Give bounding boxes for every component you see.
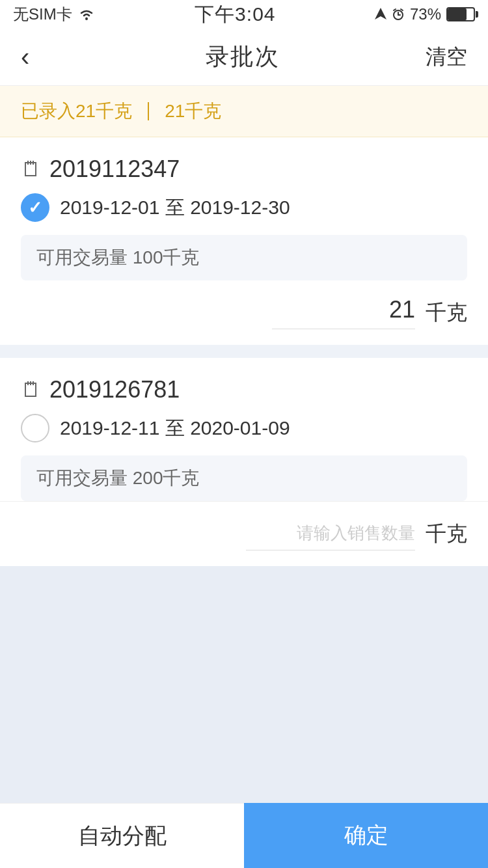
batch-1-quantity-value: 21	[389, 296, 415, 323]
carrier-label: 无SIM卡	[13, 4, 72, 25]
status-bar-right: 73%	[375, 5, 475, 23]
info-banner: 已录入21千克 21千克	[0, 86, 488, 137]
batch-2-radio[interactable]	[21, 414, 49, 442]
status-bar: 无SIM卡 下午3:04 73%	[0, 0, 488, 29]
batch-2-date-row[interactable]: 2019-12-11 至 2020-01-09	[21, 414, 467, 442]
confirm-button[interactable]: 确定	[244, 803, 488, 868]
auto-distribute-button[interactable]: 自动分配	[0, 803, 244, 868]
section-divider	[0, 345, 488, 358]
status-bar-left: 无SIM卡	[13, 4, 96, 25]
svg-marker-1	[375, 8, 386, 20]
batch-2-header: 🗒 2019126781	[21, 376, 467, 403]
svg-line-5	[394, 9, 396, 10]
batch-1-unit: 千克	[426, 299, 467, 327]
total-label: 21千克	[165, 99, 221, 124]
quantity-underline-1: 21	[272, 296, 415, 329]
batch-1-date: 2019-12-01 至 2019-12-30	[60, 195, 290, 221]
alarm-icon	[392, 8, 405, 21]
svg-point-0	[85, 18, 88, 20]
battery-percent: 73%	[410, 5, 441, 23]
batch-1-date-row[interactable]: 2019-12-01 至 2019-12-30	[21, 193, 467, 222]
nav-bar: ‹ 录批次 清空	[0, 29, 488, 86]
status-bar-time: 下午3:04	[195, 1, 275, 28]
back-button[interactable]: ‹	[21, 42, 60, 72]
batch-2-id: 2019126781	[49, 376, 180, 403]
recorded-label: 已录入21千克	[21, 99, 132, 124]
batch-2-input-row: 千克	[0, 501, 488, 566]
batch-1-quantity-row: 21 千克	[0, 280, 488, 345]
page-title: 录批次	[206, 41, 280, 73]
batch-card-1: 🗒 2019112347 2019-12-01 至 2019-12-30 可用交…	[0, 137, 488, 280]
batch-1-doc-icon: 🗒	[21, 157, 42, 182]
clear-button[interactable]: 清空	[426, 43, 467, 72]
banner-divider	[148, 102, 149, 120]
wifi-icon	[77, 8, 96, 21]
batch-1-header: 🗒 2019112347	[21, 156, 467, 183]
gray-empty-area	[0, 566, 488, 826]
batch-2-quantity-input[interactable]	[246, 517, 415, 550]
batch-card-2: 🗒 2019126781 2019-12-11 至 2020-01-09 可用交…	[0, 358, 488, 501]
batch-2-availability: 可用交易量 200千克	[21, 455, 467, 501]
batch-2-date: 2019-12-11 至 2020-01-09	[60, 415, 290, 442]
page-content: 🗒 2019112347 2019-12-01 至 2019-12-30 可用交…	[0, 137, 488, 868]
batch-2-unit: 千克	[426, 520, 467, 549]
batch-2-doc-icon: 🗒	[21, 378, 42, 402]
batch-1-availability: 可用交易量 100千克	[21, 235, 467, 280]
battery-icon	[446, 7, 475, 21]
batch-1-id: 2019112347	[49, 156, 180, 183]
svg-line-6	[401, 9, 403, 10]
batch-1-radio[interactable]	[21, 193, 49, 222]
bottom-buttons: 自动分配 确定	[0, 803, 488, 868]
location-icon	[375, 8, 386, 21]
